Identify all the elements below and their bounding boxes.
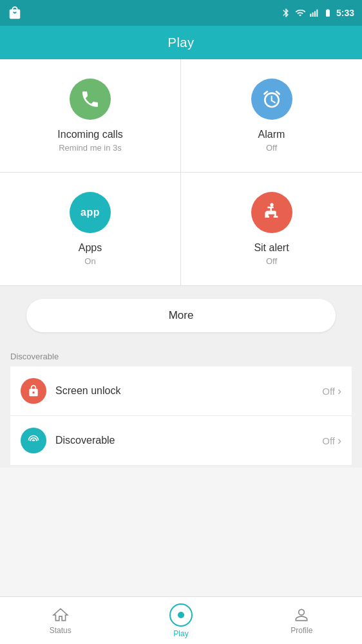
nav-item-status[interactable]: Status	[0, 597, 120, 644]
screen-unlock-item[interactable]: Screen unlock Off ›	[10, 366, 352, 416]
discoverable-value: Off	[322, 435, 335, 446]
wifi-icon	[295, 8, 305, 18]
bottom-nav: Status Play Profile	[0, 596, 362, 644]
alarm-subtitle: Off	[266, 143, 277, 153]
settings-list: Screen unlock Off › Discoverable Off ›	[10, 366, 352, 465]
incoming-calls-subtitle: Remind me in 3s	[59, 143, 122, 153]
screen-unlock-value: Off	[322, 386, 335, 397]
discoverable-chevron: ›	[338, 434, 341, 448]
status-time: 5:33	[336, 8, 354, 18]
play-nav-circle	[169, 603, 193, 627]
shop-icon	[8, 6, 22, 20]
discoverable-icon-circle	[21, 428, 46, 453]
screen-unlock-title: Screen unlock	[55, 385, 322, 397]
status-bar: 5:33	[0, 0, 362, 26]
battery-icon	[323, 8, 332, 17]
discoverable-section: Discoverable Screen unlock Off › Discove…	[0, 345, 362, 468]
sit-alert-title: Sit alert	[254, 242, 289, 254]
feature-grid: Incoming calls Remind me in 3s Alarm Off…	[0, 59, 362, 286]
sit-alert-subtitle: Off	[266, 256, 277, 266]
discoverable-label: Discoverable	[10, 352, 352, 361]
alarm-icon	[262, 89, 282, 109]
signal-icon	[309, 8, 319, 18]
sit-icon	[262, 202, 282, 223]
screen-unlock-icon-circle	[21, 378, 46, 404]
phone-icon	[80, 89, 100, 109]
incoming-calls-icon-circle	[70, 79, 111, 120]
alarm-title: Alarm	[258, 129, 285, 140]
more-section: More	[0, 286, 362, 345]
home-icon	[52, 607, 69, 623]
nav-item-profile[interactable]: Profile	[242, 597, 362, 644]
apps-item[interactable]: app Apps On	[0, 173, 181, 285]
svg-rect-0	[310, 14, 311, 17]
more-button[interactable]: More	[26, 299, 336, 332]
svg-rect-3	[316, 10, 318, 17]
status-bar-right: 5:33	[281, 8, 354, 18]
apps-subtitle: On	[84, 256, 95, 266]
person-icon	[293, 607, 310, 623]
lock-icon	[27, 384, 40, 397]
header-title: Play	[168, 35, 195, 50]
apps-icon-circle: app	[70, 192, 111, 233]
alarm-icon-circle	[251, 79, 292, 120]
app-header: Play	[0, 26, 362, 59]
signal-waves-icon	[27, 434, 40, 447]
incoming-calls-title: Incoming calls	[57, 129, 122, 140]
apps-icon-text: app	[81, 207, 100, 218]
nav-item-play[interactable]: Play	[120, 597, 241, 644]
discoverable-item-title: Discoverable	[55, 435, 322, 446]
screen-unlock-chevron: ›	[338, 384, 341, 398]
discoverable-item[interactable]: Discoverable Off ›	[10, 416, 352, 465]
bluetooth-icon	[281, 8, 291, 18]
nav-label-profile: Profile	[291, 626, 312, 635]
play-nav-dot	[178, 612, 184, 618]
svg-rect-2	[314, 11, 316, 17]
nav-label-status: Status	[50, 626, 71, 635]
incoming-calls-item[interactable]: Incoming calls Remind me in 3s	[0, 59, 181, 173]
sit-alert-item[interactable]: Sit alert Off	[181, 173, 362, 285]
sit-alert-icon-circle	[251, 192, 292, 233]
apps-title: Apps	[79, 242, 102, 254]
status-bar-left	[8, 6, 22, 20]
alarm-item[interactable]: Alarm Off	[181, 59, 362, 173]
nav-label-play: Play	[173, 629, 188, 638]
svg-rect-1	[312, 12, 314, 17]
